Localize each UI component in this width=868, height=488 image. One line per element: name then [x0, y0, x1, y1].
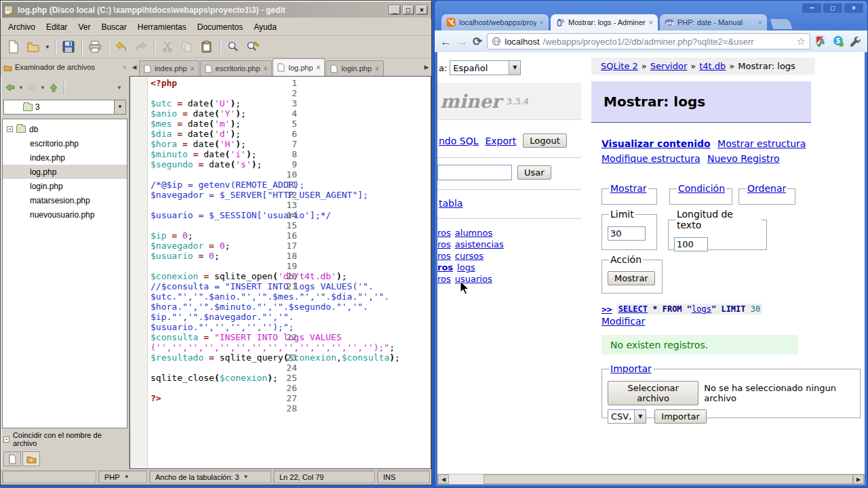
browser-tab-adminer[interactable]: Mostrar: logs - Adminer× [551, 14, 658, 30]
sql-history-link[interactable]: >> [601, 304, 612, 314]
menu-editar[interactable]: Editar [41, 20, 72, 34]
tab-scroll-left-icon[interactable]: ◀ [130, 58, 139, 76]
table-link-asistencias[interactable]: asistencias [455, 239, 504, 249]
browser-close-button[interactable]: × [844, 3, 863, 13]
fieldset-legend-link-ordenar[interactable]: Ordenar [747, 183, 786, 194]
open-dropdown-icon[interactable]: ▼ [44, 44, 51, 50]
nav-more-dropdown-icon[interactable]: ▼ [117, 85, 122, 91]
tab-close-icon[interactable]: × [375, 65, 379, 73]
breadcrumb-link-sqlite-2[interactable]: SQLite 2 [601, 61, 638, 71]
expander-icon[interactable]: + [7, 126, 13, 132]
import-button[interactable]: Importar [654, 409, 706, 424]
translate-extension-icon[interactable]: A [815, 35, 827, 47]
gedit-titlebar[interactable]: log.php (Disco local (C:) \xampp\htdocs\… [2, 2, 430, 18]
menu-ver[interactable]: Ver [73, 20, 95, 34]
scroll-left-icon[interactable]: ◀ [438, 474, 449, 484]
fieldset-legend-link-mostrar[interactable]: Mostrar [610, 183, 647, 194]
scrollbar-thumb[interactable] [484, 474, 853, 484]
nav-back-dropdown-icon[interactable]: ▼ [18, 85, 24, 91]
nav-link-nuevo-registro[interactable]: Nuevo Registro [707, 153, 780, 164]
text-length-input[interactable] [674, 237, 708, 251]
file-tree-item-index.php[interactable]: index.php [3, 150, 127, 165]
sql-table-link[interactable]: logs [692, 304, 711, 314]
create-table-link[interactable]: tabla [439, 198, 462, 209]
tab-close-icon[interactable]: × [191, 65, 195, 73]
open-file-icon[interactable] [24, 39, 42, 55]
menu-archivo[interactable]: Archivo [3, 20, 40, 34]
nav-link-mostrar-estructura[interactable]: Mostrar estructura [717, 138, 806, 149]
tab-close-icon[interactable]: × [540, 18, 544, 26]
tab-close-icon[interactable]: × [264, 65, 268, 73]
import-legend-link[interactable]: Importar [610, 363, 652, 374]
chevron-down-icon[interactable]: ▼ [509, 61, 520, 75]
scroll-right-icon[interactable]: ▶ [853, 474, 864, 484]
skype-extension-icon[interactable]: S [832, 35, 844, 47]
folder-combobox[interactable]: 3 ▼ [3, 100, 126, 115]
nav-forward-icon[interactable] [25, 79, 39, 96]
wrench-menu-icon[interactable] [849, 35, 862, 48]
nav-up-icon[interactable] [47, 79, 60, 96]
tab-scroll-right-icon[interactable]: ▶ [422, 58, 431, 76]
browser-maximize-button[interactable]: □ [823, 3, 842, 13]
cut-icon[interactable] [159, 39, 176, 55]
nav-forward-dropdown-icon[interactable]: ▼ [40, 85, 45, 91]
select-records-link-cursos[interactable]: ros [437, 251, 451, 261]
back-button[interactable]: ← [440, 36, 452, 47]
horizontal-scrollbar[interactable]: ◀ ▶ [437, 474, 865, 485]
limit-input[interactable] [608, 226, 646, 241]
nav-back-icon[interactable] [3, 79, 17, 96]
new-document-icon[interactable] [5, 39, 22, 55]
document-tab-login.php[interactable]: login.php× [326, 60, 384, 76]
file-tree-item-nuevousuario.php[interactable]: nuevousuario.php [3, 207, 127, 222]
chevron-down-icon[interactable]: ▼ [634, 410, 646, 423]
search-icon[interactable] [224, 39, 242, 55]
save-icon[interactable] [60, 39, 77, 55]
tab-close-icon[interactable]: × [317, 64, 321, 71]
table-link-logs[interactable]: logs [457, 262, 475, 272]
browser-tab-xampp[interactable]: localhost/webapps/proy× [441, 14, 549, 30]
fieldset-legend-link-condición[interactable]: Condición [678, 183, 725, 194]
print-icon[interactable] [86, 39, 104, 55]
paste-icon[interactable] [198, 39, 216, 55]
expander-icon[interactable]: + [3, 436, 9, 443]
nav-link-visualizar-contenido[interactable]: Visualizar contenido [601, 138, 711, 149]
language-select[interactable]: Español ▼ [450, 60, 521, 75]
file-tree-item-escritorio.php[interactable]: escritorio.php [3, 136, 127, 150]
documents-panel-tab[interactable] [3, 451, 21, 466]
gedit-maximize-button[interactable]: □ [402, 5, 414, 15]
file-browser-panel-tab[interactable] [22, 451, 40, 466]
sql-command-link[interactable]: ndo SQL [439, 136, 478, 146]
document-tab-log.php[interactable]: log.php× [273, 58, 325, 76]
table-link-cursos[interactable]: cursos [455, 251, 484, 261]
nav-link-modifique-estructura[interactable]: Modifique estructura [601, 153, 700, 164]
gedit-minimize-button[interactable]: _ [389, 5, 401, 15]
search-replace-icon[interactable] [244, 39, 262, 55]
new-tab-button[interactable] [770, 19, 793, 29]
match-filename-row[interactable]: + Coincidir con el nombre de archivo [2, 428, 127, 450]
export-link[interactable]: Export [485, 136, 516, 146]
logout-button[interactable]: Logout [523, 134, 567, 148]
forward-button[interactable]: → [456, 36, 468, 47]
breadcrumb-link-t4t-db[interactable]: t4t.db [699, 61, 726, 71]
file-tree-item-db[interactable]: +db [3, 122, 127, 136]
select-records-link-usuarios[interactable]: ros [437, 274, 451, 284]
folder-combobox-dropdown-icon[interactable]: ▼ [114, 100, 125, 114]
file-tree-item-login.php[interactable]: login.php [3, 179, 127, 193]
database-input[interactable] [437, 165, 512, 180]
redo-icon[interactable] [132, 39, 150, 55]
breadcrumb-link-servidor[interactable]: Servidor [650, 61, 687, 71]
use-database-button[interactable]: Usar [517, 165, 551, 180]
browser-titlebar[interactable]: — □ × [435, 1, 867, 13]
select-records-link-alumnos[interactable]: ros [437, 228, 451, 238]
file-tree-item-matarsesion.php[interactable]: matarsesion.php [3, 193, 127, 207]
copy-icon[interactable] [178, 39, 196, 55]
document-tab-escritorio.php[interactable]: escritorio.php× [200, 60, 273, 76]
menu-ayuda[interactable]: Ayuda [249, 20, 281, 34]
file-tree-item-log.php[interactable]: log.php [3, 165, 127, 179]
select-records-link-logs[interactable]: ros [437, 262, 453, 272]
tab-close-icon[interactable]: × [649, 18, 653, 26]
side-panel-close-icon[interactable]: × [123, 63, 127, 71]
tab-close-icon[interactable]: × [758, 18, 762, 26]
document-tab-index.php[interactable]: index.php× [139, 60, 199, 76]
import-format-select[interactable]: CSV, ▼ [608, 409, 646, 424]
